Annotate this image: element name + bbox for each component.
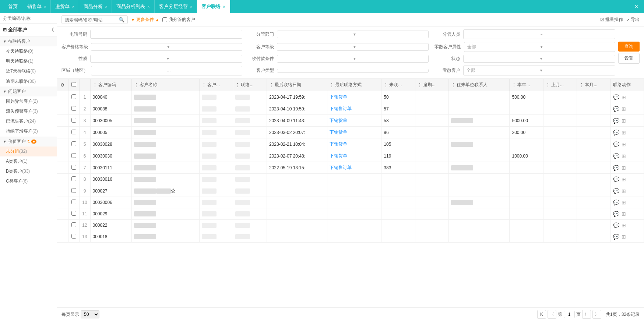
chat-icon[interactable]: 💬 bbox=[613, 234, 619, 240]
row-checkbox[interactable] bbox=[71, 165, 76, 170]
sidebar-item-declining[interactable]: 持续下滑客户(2) bbox=[0, 126, 57, 136]
row-checkbox[interactable] bbox=[71, 234, 76, 239]
close-tab-purchase[interactable]: × bbox=[72, 4, 74, 9]
tab-sales-order[interactable]: 销售单 × bbox=[23, 0, 51, 13]
chat-icon[interactable]: 💬 bbox=[613, 211, 619, 217]
region-select[interactable]: ··· bbox=[91, 66, 242, 75]
col-type[interactable]: ⋮客户... bbox=[200, 79, 233, 91]
close-tab-analysis-list[interactable]: × bbox=[147, 4, 149, 9]
manager-select[interactable]: ··· bbox=[463, 29, 615, 39]
col-last-contact-date[interactable]: ⋮最后联络日期 bbox=[267, 79, 327, 91]
sidebar-item-abnormal[interactable]: 囤购异常客户(2) bbox=[0, 96, 57, 106]
chat-icon[interactable]: 💬 bbox=[613, 106, 619, 112]
grid-action-icon[interactable]: ⊞ bbox=[622, 153, 626, 159]
col-name[interactable]: ⋮客户名称 bbox=[131, 79, 199, 91]
grid-action-icon[interactable]: ⊞ bbox=[622, 165, 626, 171]
grid-action-icon[interactable]: ⊞ bbox=[622, 200, 626, 205]
tab-product-analysis-list[interactable]: 商品分析列表 × bbox=[112, 0, 154, 13]
grid-action-icon[interactable]: ⊞ bbox=[622, 176, 626, 182]
contact-method-link[interactable]: 下销售订单 bbox=[330, 106, 352, 111]
chat-icon[interactable]: 💬 bbox=[613, 188, 619, 194]
col-no-contact[interactable]: ⋮未联... bbox=[381, 79, 415, 91]
my-customers-checkbox[interactable] bbox=[162, 17, 167, 22]
grid-action-icon[interactable]: ⊞ bbox=[622, 94, 626, 100]
last-page-btn[interactable]: 〉 bbox=[592, 310, 601, 319]
next-page-btn[interactable]: 〉 bbox=[582, 310, 591, 319]
col-contact[interactable]: ⋮联络... bbox=[233, 79, 267, 91]
sidebar-item-class-a[interactable]: A类客户(1) bbox=[0, 156, 57, 166]
more-conditions-btn[interactable]: ▼ 更多条件 ▲ bbox=[131, 17, 159, 23]
row-checkbox[interactable] bbox=[71, 211, 76, 216]
window-close[interactable]: × bbox=[632, 3, 641, 10]
col-last-contact-method[interactable]: ⋮最后联络方式 bbox=[327, 79, 381, 91]
page-number-input[interactable] bbox=[564, 311, 575, 318]
grid-action-icon[interactable]: ⊞ bbox=[622, 188, 626, 194]
customer-level-select[interactable]: ▼ bbox=[277, 43, 429, 51]
first-page-btn[interactable]: K bbox=[537, 310, 546, 319]
grid-action-icon[interactable]: ⊞ bbox=[622, 118, 626, 124]
dots-icon[interactable]: ··· bbox=[539, 31, 612, 37]
sidebar-item-class-b[interactable]: B类客户(33) bbox=[0, 166, 57, 176]
chat-icon[interactable]: 💬 bbox=[613, 130, 619, 135]
col-overdue[interactable]: ⋮逾期... bbox=[415, 79, 448, 91]
dept-select[interactable]: ▼ bbox=[277, 31, 429, 38]
retail-attr-select[interactable]: 全部 ▼ bbox=[464, 42, 615, 52]
row-checkbox[interactable] bbox=[71, 200, 76, 204]
retail-select[interactable]: 全部 ▼ bbox=[463, 66, 615, 75]
grid-action-icon[interactable]: ⊞ bbox=[622, 130, 626, 135]
close-tab-sales[interactable]: × bbox=[44, 4, 46, 9]
contact-method-link[interactable]: 下销货单 bbox=[330, 130, 347, 135]
row-checkbox[interactable] bbox=[71, 118, 76, 123]
nature-select[interactable]: ▼ bbox=[90, 55, 242, 63]
query-button[interactable]: 查询 bbox=[618, 42, 640, 52]
contact-method-link[interactable]: 下销货单 bbox=[330, 94, 347, 99]
dots-icon2[interactable]: ··· bbox=[166, 68, 239, 74]
grid-action-icon[interactable]: ⊞ bbox=[622, 234, 626, 240]
contact-method-link[interactable]: 下销货单 bbox=[330, 153, 347, 158]
search-input[interactable] bbox=[65, 17, 119, 22]
sidebar-section-value[interactable]: ▼ 价值客户 ↻ ● bbox=[0, 137, 57, 147]
contact-method-link[interactable]: 下销货单 bbox=[330, 118, 347, 123]
sidebar-item-today[interactable]: 今天待联络(0) bbox=[0, 46, 57, 56]
tab-purchase-order[interactable]: 进货单 × bbox=[51, 0, 79, 13]
col-code[interactable]: ⋮客户编码 bbox=[90, 79, 131, 91]
sidebar-all-customers[interactable]: ⊞ 全部客户 《 bbox=[0, 24, 57, 36]
sidebar-item-tomorrow[interactable]: 明天待联络(1) bbox=[0, 56, 57, 66]
col-this-year[interactable]: ⋮本年... bbox=[510, 79, 543, 91]
phone-input[interactable] bbox=[90, 30, 242, 39]
sidebar-search-input[interactable] bbox=[3, 16, 57, 21]
prev-page-btn[interactable]: 〈 bbox=[548, 310, 556, 319]
row-checkbox[interactable] bbox=[71, 130, 76, 134]
chat-icon[interactable]: 💬 bbox=[613, 222, 619, 228]
page-size-dropdown[interactable]: 50 100 200 bbox=[81, 310, 99, 318]
chat-icon[interactable]: 💬 bbox=[613, 141, 619, 147]
reset-button[interactable]: 设置 bbox=[618, 53, 640, 64]
chat-icon[interactable]: 💬 bbox=[613, 153, 619, 159]
row-checkbox[interactable] bbox=[71, 141, 76, 146]
close-tab-contact[interactable]: × bbox=[223, 4, 225, 9]
chat-icon[interactable]: 💬 bbox=[613, 200, 619, 205]
close-tab-analysis[interactable]: × bbox=[105, 4, 107, 9]
grid-action-icon[interactable]: ⊞ bbox=[622, 211, 626, 217]
sidebar-section-pending[interactable]: ▼ 待联络客户 bbox=[0, 36, 57, 46]
tab-customer-contact[interactable]: 客户联络 × bbox=[197, 0, 230, 13]
customer-type-select[interactable] bbox=[277, 69, 429, 73]
row-checkbox[interactable] bbox=[71, 222, 76, 227]
sidebar-item-class-c[interactable]: C类客户(6) bbox=[0, 176, 57, 186]
chat-icon[interactable]: 💬 bbox=[613, 94, 619, 100]
sidebar-item-7days[interactable]: 近7天待联络(0) bbox=[0, 66, 57, 76]
row-checkbox[interactable] bbox=[71, 176, 76, 181]
contact-method-link[interactable]: 下销售订单 bbox=[330, 165, 352, 170]
contact-method-link[interactable]: 下销货单 bbox=[330, 141, 347, 147]
sidebar-section-problem[interactable]: ▼ 问题客户 bbox=[0, 87, 57, 96]
price-level-select[interactable]: ▼ bbox=[91, 43, 242, 51]
col-last-month[interactable]: ⋮上月... bbox=[543, 79, 577, 91]
refresh-icon[interactable]: ↻ bbox=[27, 139, 31, 144]
chat-icon[interactable]: 💬 bbox=[613, 118, 619, 124]
select-all-checkbox[interactable] bbox=[71, 82, 76, 87]
sidebar-collapse-icon[interactable]: 《 bbox=[49, 27, 54, 33]
row-checkbox[interactable] bbox=[71, 94, 76, 99]
settings-icon[interactable]: ⚙ bbox=[60, 82, 64, 88]
tab-customer-segment[interactable]: 客户分层经营 × bbox=[155, 0, 197, 13]
grid-action-icon[interactable]: ⊞ bbox=[622, 106, 626, 112]
